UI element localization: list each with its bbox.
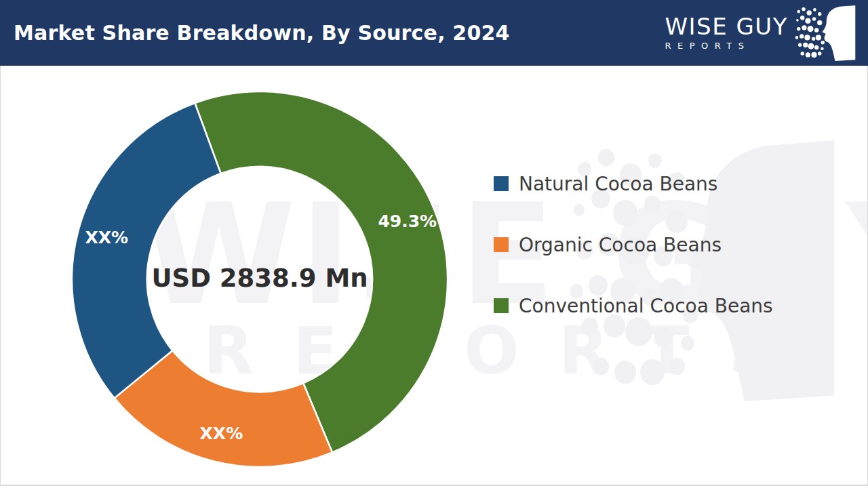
legend-swatch-organic bbox=[494, 237, 509, 252]
chart-center-value: USD 2838.9 Mn bbox=[151, 264, 368, 293]
legend-label: Conventional Cocoa Beans bbox=[519, 295, 773, 317]
slice-pct-label: XX% bbox=[200, 424, 243, 443]
legend-swatch-natural bbox=[494, 176, 509, 191]
logo-brand-sub: REPORTS bbox=[665, 41, 750, 51]
infographic-page: Market Share Breakdown, By Source, 2024 … bbox=[0, 0, 868, 488]
legend-swatch-conventional bbox=[494, 298, 509, 313]
chart-area: WISE GUY REPORTS 49.3%XX%XX% USD 2838.9 … bbox=[0, 66, 868, 488]
legend-label: Organic Cocoa Beans bbox=[519, 234, 722, 256]
wiseguy-logo: WISE GUY REPORTS bbox=[665, 5, 856, 61]
logo-brand-name: WISE GUY bbox=[665, 15, 788, 39]
legend-item-natural: Natural Cocoa Beans bbox=[494, 174, 773, 194]
legend-label: Natural Cocoa Beans bbox=[519, 173, 717, 195]
wiseguy-face-icon bbox=[793, 5, 856, 61]
legend-item-conventional: Conventional Cocoa Beans bbox=[494, 296, 773, 316]
logo-text: WISE GUY REPORTS bbox=[665, 15, 788, 51]
legend-item-organic: Organic Cocoa Beans bbox=[494, 235, 773, 255]
chart-legend: Natural Cocoa Beans Organic Cocoa Beans … bbox=[494, 174, 773, 316]
header-bar: Market Share Breakdown, By Source, 2024 … bbox=[0, 0, 868, 66]
slice-pct-label: XX% bbox=[85, 228, 128, 247]
page-title: Market Share Breakdown, By Source, 2024 bbox=[14, 21, 510, 45]
